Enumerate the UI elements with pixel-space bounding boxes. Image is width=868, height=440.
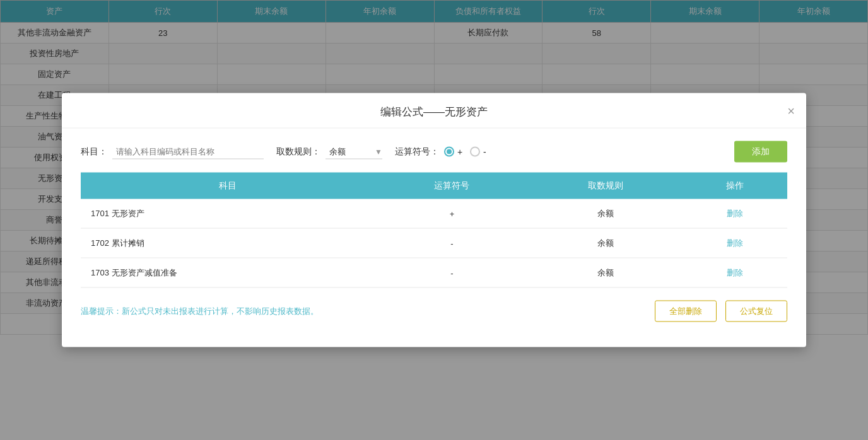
cell-subject: 1701 无形资产 xyxy=(81,199,375,229)
subject-input[interactable] xyxy=(112,144,264,159)
cell-subject: 1702 累计摊销 xyxy=(81,228,375,258)
operator-group: 运算符号： + - xyxy=(395,146,486,158)
delete-all-button[interactable]: 全部删除 xyxy=(655,301,717,322)
cell-subject: 1703 无形资产减值准备 xyxy=(81,258,375,287)
operator-label: 运算符号： xyxy=(395,146,439,158)
cell-rule: 余额 xyxy=(529,199,683,229)
table-row: 1702 累计摊销-余额删除 xyxy=(81,228,787,258)
th-action: 操作 xyxy=(683,173,787,199)
th-rule: 取数规则 xyxy=(529,173,683,199)
formula-form: 科目： 取数规则： 余额 借方发生额 贷方发生额 ▼ 运算符号： + xyxy=(62,129,806,173)
formula-table: 科目 运算符号 取数规则 操作 1701 无形资产+余额删除1702 累计摊销-… xyxy=(81,173,787,288)
rule-group: 取数规则： 余额 借方发生额 贷方发生额 ▼ xyxy=(276,144,382,159)
rule-label: 取数规则： xyxy=(276,146,320,158)
modal-footer: 温馨提示：新公式只对未出报表进行计算，不影响历史报表数据。 全部删除 公式复位 xyxy=(62,288,806,328)
cell-operator: + xyxy=(375,199,529,229)
modal-title: 编辑公式——无形资产 xyxy=(380,105,488,119)
rule-select[interactable]: 余额 借方发生额 贷方发生额 xyxy=(326,144,382,159)
reset-formula-button[interactable]: 公式复位 xyxy=(725,301,787,322)
table-row: 1701 无形资产+余额删除 xyxy=(81,199,787,229)
cell-operator: - xyxy=(375,228,529,258)
cell-action: 删除 xyxy=(683,258,787,287)
modal-header: 编辑公式——无形资产 × xyxy=(62,93,806,129)
cell-rule: 余额 xyxy=(529,228,683,258)
delete-row-button[interactable]: 删除 xyxy=(727,267,743,279)
modal-close-button[interactable]: × xyxy=(787,104,795,117)
rule-select-wrapper: 余额 借方发生额 贷方发生额 ▼ xyxy=(326,144,382,159)
bottom-buttons: 全部删除 公式复位 xyxy=(655,301,787,322)
operator-plus-item[interactable]: + xyxy=(444,147,462,157)
th-operator: 运算符号 xyxy=(375,173,529,199)
subject-label: 科目： xyxy=(81,146,107,158)
operator-minus-item[interactable]: - xyxy=(470,147,486,157)
warning-text: 温馨提示：新公式只对未出报表进行计算，不影响历史报表数据。 xyxy=(81,306,319,317)
table-row: 1703 无形资产减值准备-余额删除 xyxy=(81,258,787,287)
delete-row-button[interactable]: 删除 xyxy=(727,238,743,249)
cell-action: 删除 xyxy=(683,228,787,258)
operator-plus-radio[interactable] xyxy=(444,147,454,157)
subject-group: 科目： xyxy=(81,144,264,159)
operator-minus-radio[interactable] xyxy=(470,147,480,157)
formula-table-wrapper: 科目 运算符号 取数规则 操作 1701 无形资产+余额删除1702 累计摊销-… xyxy=(62,173,806,288)
cell-operator: - xyxy=(375,258,529,287)
th-subject: 科目 xyxy=(81,173,375,199)
add-button[interactable]: 添加 xyxy=(734,141,787,163)
operator-radio-group: + - xyxy=(444,147,486,157)
cell-action: 删除 xyxy=(683,199,787,229)
operator-minus-label: - xyxy=(483,147,486,157)
operator-plus-label: + xyxy=(457,147,462,157)
delete-row-button[interactable]: 删除 xyxy=(727,208,743,219)
cell-rule: 余额 xyxy=(529,258,683,287)
table-header-row: 科目 运算符号 取数规则 操作 xyxy=(81,173,787,199)
edit-formula-modal: 编辑公式——无形资产 × 科目： 取数规则： 余额 借方发生额 贷方发生额 ▼ … xyxy=(62,93,806,347)
